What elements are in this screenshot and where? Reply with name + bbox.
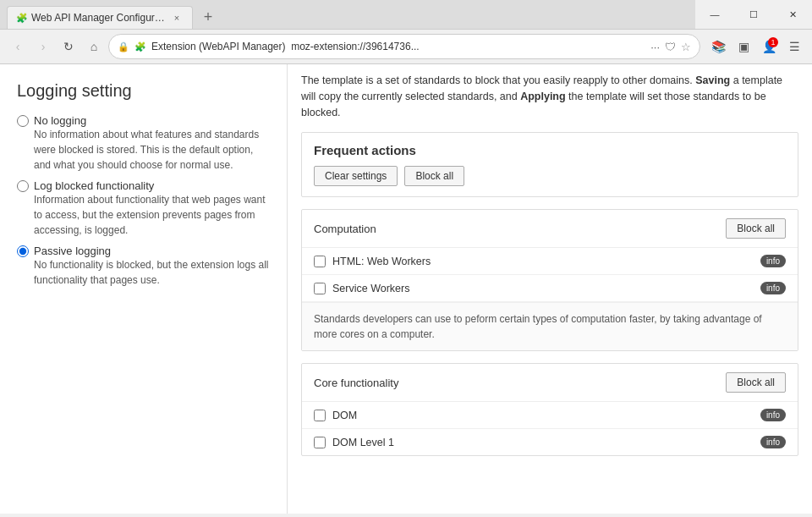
- dom-level1-checkbox[interactable]: [314, 437, 326, 448]
- tab-close-button[interactable]: ×: [170, 11, 184, 25]
- passive-logging-option: Passive logging No functionality is bloc…: [17, 245, 270, 288]
- library-icon[interactable]: 📚: [707, 36, 729, 58]
- service-workers-info-badge[interactable]: info: [760, 282, 786, 294]
- logging-options: No logging No information about what fea…: [17, 114, 270, 288]
- window-controls: — ☐ ✕: [695, 1, 812, 28]
- left-panel: Logging setting No logging No informatio…: [0, 64, 288, 514]
- right-panel: The template is a set of standards to bl…: [288, 64, 812, 514]
- no-logging-text: No logging: [34, 114, 86, 127]
- core-functionality-title: Core functionality: [314, 377, 398, 389]
- no-logging-radio[interactable]: [17, 115, 29, 127]
- browser-header: 🧩 Web API Manager Configuration × + — ☐ …: [0, 0, 812, 29]
- computation-block-all-button[interactable]: Block all: [726, 218, 786, 239]
- right-panel-inner: The template is a set of standards to bl…: [301, 64, 798, 485]
- active-tab[interactable]: 🧩 Web API Manager Configuration ×: [7, 6, 193, 29]
- dom-info-badge[interactable]: info: [760, 409, 786, 421]
- new-tab-button[interactable]: +: [196, 5, 220, 29]
- secure-icon: 🔒: [118, 41, 129, 52]
- log-blocked-radio[interactable]: [17, 180, 29, 192]
- passive-logging-label[interactable]: Passive logging: [17, 245, 270, 257]
- forward-button[interactable]: ›: [32, 36, 54, 58]
- computation-section: Computation Block all HTML: Web Workers …: [301, 209, 798, 351]
- log-blocked-option: Log blocked functionality Information ab…: [17, 179, 270, 238]
- block-all-button[interactable]: Block all: [404, 166, 464, 186]
- passive-logging-radio[interactable]: [17, 245, 29, 257]
- service-workers-checkbox[interactable]: [314, 283, 326, 294]
- shield-icon: 🛡: [665, 41, 676, 53]
- applying-bold: Applying: [520, 91, 565, 102]
- computation-description: Standards developers can use to peform c…: [302, 302, 798, 350]
- core-functionality-header: Core functionality Block all: [302, 364, 798, 402]
- dom-level1-label: DOM Level 1: [332, 437, 760, 448]
- maximize-button[interactable]: ☐: [734, 1, 773, 28]
- browser-chrome: 🧩 Web API Manager Configuration × + — ☐ …: [0, 0, 812, 64]
- logging-title: Logging setting: [17, 81, 270, 101]
- more-button[interactable]: ···: [650, 41, 660, 53]
- log-blocked-desc: Information about functionality that web…: [34, 192, 270, 238]
- dom-level1-row: DOM Level 1 info: [302, 429, 798, 455]
- no-logging-desc: No information about what features and s…: [34, 127, 270, 173]
- minimize-button[interactable]: —: [695, 1, 734, 28]
- no-logging-option: No logging No information about what fea…: [17, 114, 270, 173]
- nav-bar: ‹ › ↻ ⌂ 🔒 🧩 Extension (WebAPI Manager) m…: [0, 29, 812, 63]
- bookmark-icon: ☆: [681, 41, 691, 53]
- address-bar[interactable]: 🔒 🧩 Extension (WebAPI Manager) moz-exten…: [108, 34, 700, 59]
- tab-extension-icon: 🧩: [16, 13, 28, 24]
- html-web-workers-checkbox[interactable]: [314, 256, 326, 267]
- frequent-actions-section: Frequent actions Clear settings Block al…: [301, 132, 798, 197]
- back-button[interactable]: ‹: [7, 36, 29, 58]
- page-content: Logging setting No logging No informatio…: [0, 64, 812, 514]
- dom-checkbox[interactable]: [314, 410, 326, 421]
- html-web-workers-label: HTML: Web Workers: [332, 256, 760, 267]
- close-button[interactable]: ✕: [773, 1, 812, 28]
- frequent-actions-title: Frequent actions: [314, 143, 786, 157]
- tab-title: Web API Manager Configuration: [31, 12, 165, 24]
- passive-logging-desc: No functionality is blocked, but the ext…: [34, 257, 270, 288]
- intro-text: The template is a set of standards to bl…: [301, 64, 798, 120]
- home-button[interactable]: ⌂: [83, 36, 105, 58]
- log-blocked-label[interactable]: Log blocked functionality: [17, 179, 270, 192]
- refresh-button[interactable]: ↻: [58, 36, 80, 58]
- service-workers-row: Service Workers info: [302, 275, 798, 302]
- computation-title: Computation: [314, 223, 376, 235]
- core-block-all-button[interactable]: Block all: [726, 372, 786, 393]
- menu-icon[interactable]: ☰: [783, 36, 805, 58]
- passive-logging-text: Passive logging: [34, 245, 111, 257]
- address-text: Extension (WebAPI Manager) moz-extension…: [151, 41, 645, 52]
- dom-level1-info-badge[interactable]: info: [760, 436, 786, 448]
- notifications-icon[interactable]: 👤 1: [758, 36, 780, 58]
- frequent-actions-buttons: Clear settings Block all: [314, 166, 786, 186]
- no-logging-label[interactable]: No logging: [17, 114, 270, 127]
- clear-settings-button[interactable]: Clear settings: [314, 166, 398, 186]
- dom-row: DOM info: [302, 402, 798, 429]
- dom-label: DOM: [332, 410, 760, 421]
- log-blocked-text: Log blocked functionality: [34, 179, 154, 192]
- html-web-workers-row: HTML: Web Workers info: [302, 248, 798, 275]
- core-functionality-section: Core functionality Block all DOM info DO…: [301, 363, 798, 456]
- browser-nav-icons: 📚 ▣ 👤 1 ☰: [707, 36, 805, 58]
- html-web-workers-info-badge[interactable]: info: [760, 255, 786, 267]
- computation-header: Computation Block all: [302, 210, 798, 248]
- tab-bar: 🧩 Web API Manager Configuration × +: [0, 0, 695, 29]
- extension-icon: 🧩: [134, 41, 146, 52]
- saving-bold: Saving: [695, 74, 730, 86]
- notification-badge: 1: [768, 37, 778, 47]
- service-workers-label: Service Workers: [332, 283, 760, 294]
- sidebar-icon[interactable]: ▣: [732, 36, 754, 58]
